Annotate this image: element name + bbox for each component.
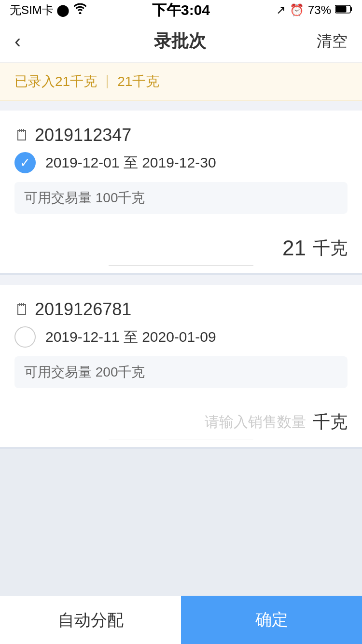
- batch1-header: 🗒 2019112347: [14, 125, 348, 145]
- batch1-number: 2019112347: [35, 125, 131, 145]
- clear-button[interactable]: 清空: [317, 31, 348, 52]
- batch1-unit: 千克: [313, 237, 348, 260]
- batch2-date-row: 2019-12-11 至 2020-01-09: [14, 326, 348, 348]
- batch2-inner: 🗒 2019126781 2019-12-11 至 2020-01-09 可用交…: [0, 285, 362, 403]
- status-bar: 无SIM卡 ⬤ 下午3:04 ↗ ⏰ 73%: [0, 0, 362, 20]
- status-right: ↗ ⏰ 73%: [276, 3, 352, 17]
- wifi-icon: [73, 3, 87, 17]
- sim-label: 无SIM卡 ⬤: [10, 2, 70, 18]
- page-title: 录批次: [154, 29, 206, 53]
- batch1-avail: 可用交易量 100千克: [14, 182, 348, 214]
- recorded-label: 已录入21千克: [14, 72, 97, 91]
- total-label: 21千克: [117, 72, 159, 91]
- batch2-icon: 🗒: [14, 301, 30, 319]
- battery-icon: [335, 3, 352, 17]
- batch2-radio[interactable]: [14, 326, 36, 348]
- svg-rect-1: [350, 7, 352, 11]
- batch2-card: 🗒 2019126781 2019-12-11 至 2020-01-09 可用交…: [0, 285, 362, 447]
- main-content: 🗒 2019112347 ✓ 2019-12-01 至 2019-12-30 可…: [0, 111, 362, 644]
- auto-distribute-button[interactable]: 自动分配: [0, 596, 181, 644]
- battery-percent: 73%: [308, 3, 331, 17]
- info-divider: [107, 75, 108, 88]
- svg-rect-2: [336, 6, 347, 13]
- batch1-date: 2019-12-01 至 2019-12-30: [45, 153, 216, 173]
- batch1-radio[interactable]: ✓: [14, 152, 36, 173]
- bottom-bar: 自动分配 确定: [0, 596, 362, 644]
- batch1-inner: 🗒 2019112347 ✓ 2019-12-01 至 2019-12-30 可…: [0, 111, 362, 228]
- batch2-divider: [109, 439, 253, 439]
- alarm-icon: ⏰: [290, 3, 304, 17]
- batch2-header: 🗒 2019126781: [14, 299, 348, 320]
- batch1-divider: [109, 265, 253, 266]
- batch1-icon: 🗒: [14, 126, 30, 144]
- back-button[interactable]: ‹: [14, 30, 43, 52]
- batch2-unit: 千克: [313, 410, 348, 434]
- batch1-date-row: ✓ 2019-12-01 至 2019-12-30: [14, 152, 348, 173]
- batch1-qty-row: 21 千克: [0, 228, 362, 265]
- batch2-qty-row: 请输入销售数量 千克: [0, 403, 362, 439]
- batch2-date: 2019-12-11 至 2020-01-09: [45, 327, 216, 347]
- status-time: 下午3:04: [152, 0, 210, 20]
- confirm-button[interactable]: 确定: [181, 596, 362, 644]
- batch2-number: 2019126781: [35, 299, 131, 320]
- check-icon: ✓: [20, 155, 30, 170]
- batch1-qty-value[interactable]: 21: [248, 236, 306, 260]
- batch2-qty-placeholder: 请输入销售数量: [14, 412, 306, 432]
- location-icon: ↗: [276, 3, 286, 17]
- batch1-card: 🗒 2019112347 ✓ 2019-12-01 至 2019-12-30 可…: [0, 111, 362, 273]
- status-left: 无SIM卡 ⬤: [10, 2, 87, 18]
- info-banner: 已录入21千克 21千克: [0, 63, 362, 101]
- batch2-avail: 可用交易量 200千克: [14, 356, 348, 388]
- section-divider: [0, 273, 362, 275]
- nav-bar: ‹ 录批次 清空: [0, 20, 362, 63]
